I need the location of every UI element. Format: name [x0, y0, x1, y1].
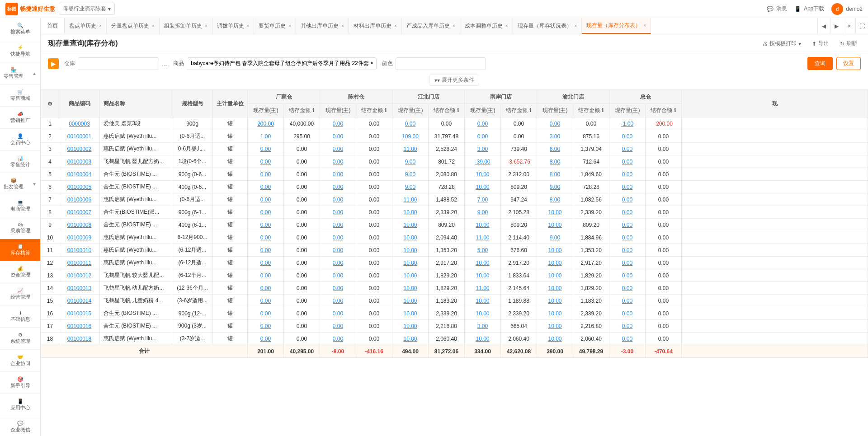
row-c4-qty[interactable]: 10.00	[465, 307, 501, 320]
row-c5-qty[interactable]: 9.00	[537, 231, 573, 244]
row-c6-qty[interactable]: 0.00	[609, 257, 646, 269]
row-c2-qty[interactable]: 0.00	[320, 143, 356, 155]
row-c3-qty[interactable]: 10.00	[392, 295, 429, 307]
row-c2-qty[interactable]: 0.00	[320, 168, 356, 181]
row-c2-qty[interactable]: 0.00	[320, 244, 356, 257]
row-c5-qty[interactable]: 9.00	[537, 181, 573, 193]
sidebar-item-system[interactable]: ⚙ 系统管理	[0, 328, 40, 350]
row-c5-qty[interactable]: 10.00	[537, 295, 573, 307]
row-code[interactable]: 00100007	[59, 206, 100, 219]
filter-toggle-btn[interactable]: ▶	[48, 58, 59, 69]
sidebar-item-wholesale[interactable]: 📦 批发管理 ▼	[0, 173, 40, 195]
row-c3-qty[interactable]: 10.00	[392, 282, 429, 295]
row-c5-qty[interactable]: 10.00	[537, 320, 573, 333]
sidebar-item-wecom[interactable]: 💬 企业微信	[0, 416, 40, 436]
tab-next-btn[interactable]: ▶	[830, 18, 843, 34]
close-icon-2[interactable]: ×	[152, 23, 155, 28]
tab-material-out[interactable]: 材料出库单历史 ×	[349, 18, 402, 34]
close-icon-8[interactable]: ×	[453, 23, 455, 28]
settings-btn[interactable]: 设置	[836, 57, 861, 70]
row-code[interactable]: 00100013	[59, 282, 100, 295]
print-btn[interactable]: 🖨 按模板打印 ▾	[759, 38, 805, 49]
sidebar-item-guide[interactable]: 🎯 新手引导	[0, 372, 40, 394]
row-c1-qty[interactable]: 0.00	[248, 320, 284, 333]
row-c2-qty[interactable]: 0.00	[320, 269, 356, 282]
row-code[interactable]: 00100008	[59, 219, 100, 231]
row-code[interactable]: 00100018	[59, 333, 100, 345]
row-c3-qty[interactable]: 10.00	[392, 320, 429, 333]
sidebar-item-quick-nav[interactable]: ⚡ 快捷导航	[0, 40, 40, 62]
row-code[interactable]: 00100012	[59, 269, 100, 282]
row-c4-qty[interactable]: 10.00	[465, 295, 501, 307]
row-c3-qty[interactable]: 0.00	[392, 117, 429, 130]
warehouse-dots[interactable]: ...	[162, 60, 168, 68]
row-c2-qty[interactable]: 0.00	[320, 231, 356, 244]
row-c2-qty[interactable]: 0.00	[320, 257, 356, 269]
row-c6-qty[interactable]: 0.00	[609, 295, 646, 307]
row-c1-qty[interactable]: 0.00	[248, 282, 284, 295]
row-c5-qty[interactable]: 10.00	[537, 307, 573, 320]
row-c4-qty[interactable]: 11.00	[465, 282, 501, 295]
tab-order[interactable]: 要货单历史 ×	[254, 18, 296, 34]
row-c6-qty[interactable]: 0.00	[609, 282, 646, 295]
row-c4-qty[interactable]: 10.00	[465, 333, 501, 345]
row-c3-qty[interactable]: 10.00	[392, 269, 429, 282]
tab-home[interactable]: 首页	[41, 18, 65, 34]
tab-stock-distribution[interactable]: 现存量（库存分布表） ×	[582, 18, 651, 34]
row-c1-qty[interactable]: 0.00	[248, 333, 284, 345]
row-code[interactable]: 00100011	[59, 257, 100, 269]
sidebar-item-enterprise[interactable]: 🤝 企业协同	[0, 350, 40, 372]
row-c3-qty[interactable]: 9.00	[392, 181, 429, 193]
industry-selector[interactable]: 母婴行业演示陈套 ▾	[59, 3, 115, 15]
row-c1-qty[interactable]: 0.00	[248, 231, 284, 244]
row-code[interactable]: 00100015	[59, 307, 100, 320]
sidebar-item-retail-mgmt[interactable]: 🏪 零售管理 ▲	[0, 62, 40, 84]
row-code[interactable]: 00100009	[59, 231, 100, 244]
row-c3-qty[interactable]: 10.00	[392, 219, 429, 231]
row-code[interactable]: 00100004	[59, 168, 100, 181]
close-icon-4[interactable]: ×	[247, 23, 250, 28]
row-c5-qty[interactable]: 10.00	[537, 333, 573, 345]
sidebar-item-inventory[interactable]: 📋 库存核算	[0, 239, 40, 261]
row-code[interactable]: 00100001	[59, 130, 100, 143]
row-c1-qty[interactable]: 0.00	[248, 168, 284, 181]
close-icon-11[interactable]: ×	[643, 23, 646, 28]
row-code[interactable]: 00100002	[59, 143, 100, 155]
row-c2-qty[interactable]: 0.00	[320, 130, 356, 143]
tab-expand-btn[interactable]: ⛶	[855, 18, 868, 34]
row-c2-qty[interactable]: 0.00	[320, 181, 356, 193]
row-c3-qty[interactable]: 109.00	[392, 130, 429, 143]
close-icon-6[interactable]: ×	[341, 23, 344, 28]
export-btn[interactable]: ⬆ 导出	[808, 38, 833, 49]
row-c6-qty[interactable]: 0.00	[609, 244, 646, 257]
sidebar-item-basic-info[interactable]: ℹ 基础信息	[0, 305, 40, 328]
row-c1-qty[interactable]: 0.00	[248, 143, 284, 155]
row-c4-qty[interactable]: 10.00	[465, 269, 501, 282]
close-icon-7[interactable]: ×	[394, 23, 397, 28]
sidebar-item-purchase[interactable]: 🛍 采购管理	[0, 217, 40, 239]
tab-sub-count[interactable]: 分量盘点单历史 ×	[107, 18, 160, 34]
row-code[interactable]: 0000003	[59, 117, 100, 130]
sidebar-item-operations[interactable]: 📈 经营管理	[0, 283, 40, 305]
table-container[interactable]: ⚙ 商品编码 商品名称 规格型号 主计量单位 厂家仓 陈村仓 江北门店 南岸门店…	[41, 90, 868, 436]
row-c5-qty[interactable]: 8.00	[537, 193, 573, 206]
row-c1-qty[interactable]: 0.00	[248, 193, 284, 206]
row-c4-qty[interactable]: 9.00	[465, 206, 501, 219]
row-c1-qty[interactable]: 0.00	[248, 269, 284, 282]
row-c2-qty[interactable]: 0.00	[320, 155, 356, 168]
close-icon-3[interactable]: ×	[205, 23, 208, 28]
sidebar-item-app-center[interactable]: 📱 应用中心	[0, 394, 40, 416]
row-c6-qty[interactable]: 0.00	[609, 130, 646, 143]
row-code[interactable]: 00100010	[59, 244, 100, 257]
row-c1-qty[interactable]: 0.00	[248, 181, 284, 193]
sidebar-item-marketing[interactable]: 📣 营销推广	[0, 107, 40, 129]
close-icon-9[interactable]: ×	[505, 23, 508, 28]
row-c2-qty[interactable]: 0.00	[320, 320, 356, 333]
row-c3-qty[interactable]: 10.00	[392, 231, 429, 244]
row-c5-qty[interactable]: 6.00	[537, 143, 573, 155]
row-c6-qty[interactable]: 0.00	[609, 219, 646, 231]
row-code[interactable]: 00100003	[59, 155, 100, 168]
row-c6-qty[interactable]: 0.00	[609, 143, 646, 155]
row-c1-qty[interactable]: 0.00	[248, 155, 284, 168]
row-c4-qty[interactable]: 3.00	[465, 143, 501, 155]
